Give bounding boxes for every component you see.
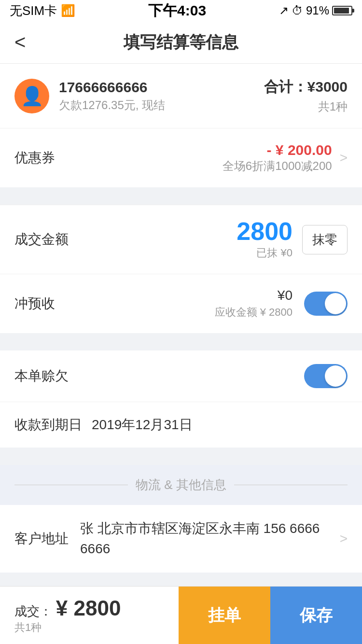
prepaid-row: 冲预收 ¥0 应收金额 ¥ 2800: [0, 274, 362, 333]
user-sub-info: 欠款1276.35元, 现结: [59, 98, 264, 113]
deal-card: 成交金额 2800 已抹 ¥0 抹零 冲预收 ¥0 应收金额 ¥ 2800: [0, 205, 362, 333]
pending-button[interactable]: 挂单: [179, 587, 270, 644]
address-chevron-icon: >: [340, 531, 348, 546]
deal-amount: 2800: [237, 219, 292, 244]
credit-toggle-knob: [325, 365, 346, 387]
page-title: 填写结算等信息: [39, 31, 323, 54]
round-button[interactable]: 抹零: [302, 225, 348, 254]
user-card: 👤 17666666666 欠款1276.35元, 现结 合计：¥3000 共1…: [0, 64, 362, 187]
carrier-text: 无SIM卡: [10, 2, 57, 19]
toggle-knob: [325, 293, 346, 314]
address-value: 张 北京市市辖区海淀区永丰南 156 6666 6666: [80, 518, 340, 559]
footer-summary: 成交： ¥ 2800 共1种: [0, 596, 179, 635]
credit-toggle[interactable]: [304, 364, 348, 388]
wifi-icon: 📶: [61, 4, 75, 17]
prepaid-label: 冲预收: [14, 294, 55, 313]
alarm-icon: ⏱: [292, 4, 303, 17]
status-right: ↗ ⏱ 91%: [279, 4, 352, 17]
total-price: 合计：¥3000: [264, 77, 348, 97]
prepaid-amount-wrap: ¥0 应收金额 ¥ 2800: [215, 288, 292, 320]
status-bar: 无SIM卡 📶 下午4:03 ↗ ⏱ 91%: [0, 0, 362, 21]
main-content: 👤 17666666666 欠款1276.35元, 现结 合计：¥3000 共1…: [0, 64, 362, 644]
coupon-chevron-icon: >: [340, 150, 348, 166]
location-icon: ↗: [279, 4, 289, 17]
user-row: 👤 17666666666 欠款1276.35元, 现结 合计：¥3000 共1…: [0, 64, 362, 128]
back-button[interactable]: <: [14, 31, 39, 53]
section-sep-2: [0, 341, 362, 350]
footer-deal-line: 成交： ¥ 2800: [14, 596, 164, 620]
divider-line-left: [14, 485, 128, 485]
avatar: 👤: [14, 79, 49, 113]
status-left: 无SIM卡 📶: [10, 2, 75, 19]
address-card: 客户地址 张 北京市市辖区海淀区永丰南 156 6666 6666 >: [0, 505, 362, 573]
credit-label: 本单赊欠: [14, 367, 304, 385]
user-icon: 👤: [21, 85, 43, 107]
footer-deal-label: 成交：: [14, 604, 52, 618]
due-date-row: 收款到期日 2019年12月31日: [0, 402, 362, 448]
coupon-desc: 全场6折满1000减200: [223, 158, 332, 174]
credit-row: 本单赊欠: [0, 350, 362, 402]
footer-bar: 成交： ¥ 2800 共1种 挂单 保存: [0, 586, 362, 644]
total-count: 共1种: [264, 99, 348, 114]
deal-amount-wrap: 2800 已抹 ¥0: [237, 219, 292, 260]
credit-card: 本单赊欠 收款到期日 2019年12月31日: [0, 350, 362, 448]
section-sep-1: [0, 195, 362, 205]
coupon-label: 优惠券: [14, 149, 72, 167]
section-sep-3: [0, 455, 362, 465]
coupon-discount: - ¥ 200.00: [223, 142, 332, 158]
battery-icon: [332, 6, 352, 15]
footer-count: 共1种: [14, 620, 164, 635]
user-total: 合计：¥3000 共1种: [264, 77, 348, 114]
deal-sub: 已抹 ¥0: [237, 246, 292, 260]
logistics-divider: 物流 & 其他信息: [0, 465, 362, 505]
user-phone: 17666666666: [59, 79, 264, 96]
divider-line-right: [234, 485, 348, 485]
deal-right: 2800 已抹 ¥0 抹零: [69, 219, 348, 260]
battery-percent: 91%: [306, 4, 329, 17]
save-button[interactable]: 保存: [270, 587, 362, 644]
due-date: 2019年12月31日: [92, 416, 193, 434]
address-row[interactable]: 客户地址 张 北京市市辖区海淀区永丰南 156 6666 6666 >: [0, 505, 362, 573]
prepaid-right: ¥0 应收金额 ¥ 2800: [55, 288, 348, 320]
coupon-row[interactable]: 优惠券 - ¥ 200.00 全场6折满1000减200 >: [0, 128, 362, 187]
status-time: 下午4:03: [148, 1, 206, 21]
due-label: 收款到期日: [14, 416, 82, 434]
nav-bar: < 填写结算等信息: [0, 21, 362, 64]
footer-deal-price: ¥ 2800: [56, 596, 121, 620]
address-label: 客户地址: [14, 530, 72, 548]
prepaid-amount: ¥0: [215, 288, 292, 303]
coupon-right: - ¥ 200.00 全场6折满1000减200 >: [72, 142, 348, 174]
prepaid-receivable: 应收金额 ¥ 2800: [215, 305, 292, 320]
deal-label: 成交金额: [14, 230, 69, 249]
prepaid-toggle[interactable]: [304, 292, 348, 316]
user-info: 17666666666 欠款1276.35元, 现结: [59, 79, 264, 113]
logistics-label: 物流 & 其他信息: [136, 476, 226, 493]
deal-amount-row: 成交金额 2800 已抹 ¥0 抹零: [0, 205, 362, 274]
